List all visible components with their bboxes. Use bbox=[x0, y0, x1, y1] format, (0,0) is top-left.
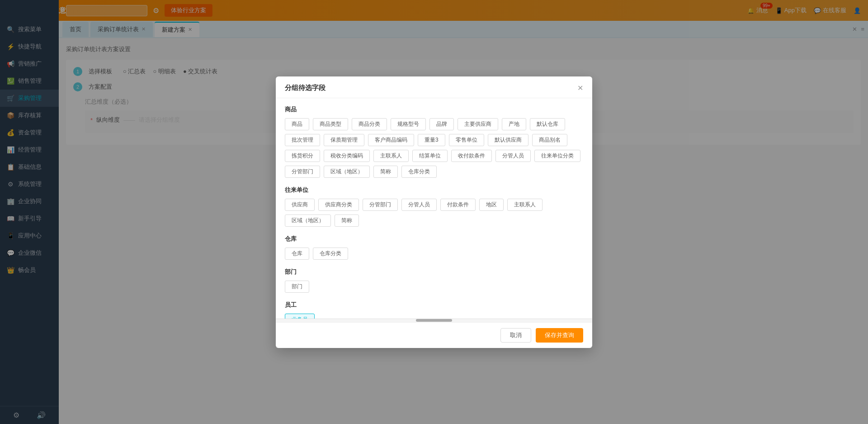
section-counterpart-title: 往来单位 bbox=[285, 186, 583, 194]
field-chip[interactable]: 商品 bbox=[285, 118, 309, 130]
field-chip[interactable]: 税收分类编码 bbox=[324, 150, 370, 162]
field-chip[interactable]: 重量3 bbox=[418, 134, 445, 146]
field-chip[interactable]: 批次管理 bbox=[285, 134, 320, 146]
field-chip[interactable]: 商品别名 bbox=[532, 134, 567, 146]
section-product-title: 商品 bbox=[285, 105, 583, 114]
field-chip[interactable]: 分管人员 bbox=[401, 199, 437, 211]
section-department-title: 部门 bbox=[285, 268, 583, 276]
field-chip[interactable]: 默认供应商 bbox=[488, 134, 528, 146]
modal-overlay: 分组待选字段 ✕ 商品 商品 商品类型 商品分类 规格型号 品牌 主要供应商 产… bbox=[0, 0, 868, 424]
section-product-fields: 商品 商品类型 商品分类 规格型号 品牌 主要供应商 产地 默认仓库 批次管理 … bbox=[285, 118, 583, 178]
dialog-body[interactable]: 商品 商品 商品类型 商品分类 规格型号 品牌 主要供应商 产地 默认仓库 批次… bbox=[276, 98, 592, 319]
section-counterpart-fields: 供应商 供应商分类 分管部门 分管人员 付款条件 地区 主联系人 区域（地区） … bbox=[285, 199, 583, 227]
section-department: 部门 部门 bbox=[285, 268, 583, 293]
field-chip[interactable]: 地区 bbox=[479, 199, 504, 211]
field-chip[interactable]: 默认仓库 bbox=[530, 118, 565, 130]
field-chip[interactable]: 拣货积分 bbox=[285, 150, 320, 162]
field-chip[interactable]: 区域（地区） bbox=[324, 166, 370, 178]
field-chip[interactable]: 付款条件 bbox=[440, 199, 476, 211]
field-chip[interactable]: 供应商 bbox=[285, 199, 315, 211]
field-chip[interactable]: 品牌 bbox=[429, 118, 454, 130]
field-chip[interactable]: 产地 bbox=[502, 118, 526, 130]
field-chip[interactable]: 部门 bbox=[285, 281, 309, 293]
field-chip[interactable]: 主联系人 bbox=[373, 150, 409, 162]
cancel-button[interactable]: 取消 bbox=[500, 328, 531, 343]
dialog-close-button[interactable]: ✕ bbox=[577, 84, 583, 92]
dialog-title: 分组待选字段 bbox=[285, 84, 326, 92]
field-chip[interactable]: 简称 bbox=[335, 214, 359, 227]
dialog-header: 分组待选字段 ✕ bbox=[276, 76, 592, 98]
field-chip[interactable]: 仓库分类 bbox=[313, 248, 348, 260]
field-chip[interactable]: 仓库分类 bbox=[401, 166, 437, 178]
field-chip[interactable]: 区域（地区） bbox=[285, 214, 331, 227]
field-chip[interactable]: 分管部门 bbox=[363, 199, 398, 211]
field-select-dialog: 分组待选字段 ✕ 商品 商品 商品类型 商品分类 规格型号 品牌 主要供应商 产… bbox=[276, 76, 592, 348]
field-chip[interactable]: 商品类型 bbox=[313, 118, 348, 130]
field-chip[interactable]: 结算单位 bbox=[412, 150, 448, 162]
section-department-fields: 部门 bbox=[285, 281, 583, 293]
section-counterpart: 往来单位 供应商 供应商分类 分管部门 分管人员 付款条件 地区 主联系人 区域… bbox=[285, 186, 583, 227]
field-chip[interactable]: 客户商品编码 bbox=[368, 134, 414, 146]
field-chip[interactable]: 零售单位 bbox=[449, 134, 484, 146]
section-staff-fields: 业务员 bbox=[285, 314, 583, 319]
section-warehouse-fields: 仓库 仓库分类 bbox=[285, 248, 583, 260]
field-chip[interactable]: 分管部门 bbox=[285, 166, 320, 178]
field-chip[interactable]: 仓库 bbox=[285, 248, 309, 260]
section-warehouse-title: 仓库 bbox=[285, 235, 583, 243]
confirm-button[interactable]: 保存并查询 bbox=[536, 328, 583, 343]
field-chip[interactable]: 商品分类 bbox=[352, 118, 387, 130]
section-warehouse: 仓库 仓库 仓库分类 bbox=[285, 235, 583, 260]
field-chip[interactable]: 收付款条件 bbox=[451, 150, 492, 162]
field-chip[interactable]: 供应商分类 bbox=[318, 199, 359, 211]
field-chip[interactable]: 往来单位分类 bbox=[534, 150, 580, 162]
section-staff: 员工 业务员 bbox=[285, 301, 583, 319]
field-chip[interactable]: 保质期管理 bbox=[324, 134, 364, 146]
field-chip[interactable]: 主要供应商 bbox=[458, 118, 498, 130]
field-chip[interactable]: 规格型号 bbox=[391, 118, 426, 130]
dialog-footer: 取消 保存并查询 bbox=[276, 322, 592, 348]
section-staff-title: 员工 bbox=[285, 301, 583, 309]
field-chip[interactable]: 主联系人 bbox=[507, 199, 542, 211]
section-product: 商品 商品 商品类型 商品分类 规格型号 品牌 主要供应商 产地 默认仓库 批次… bbox=[285, 105, 583, 178]
field-chip-employee[interactable]: 业务员 bbox=[285, 314, 315, 319]
horizontal-scrollbar[interactable] bbox=[276, 319, 592, 322]
field-chip[interactable]: 简称 bbox=[373, 166, 398, 178]
field-chip[interactable]: 分管人员 bbox=[495, 150, 531, 162]
